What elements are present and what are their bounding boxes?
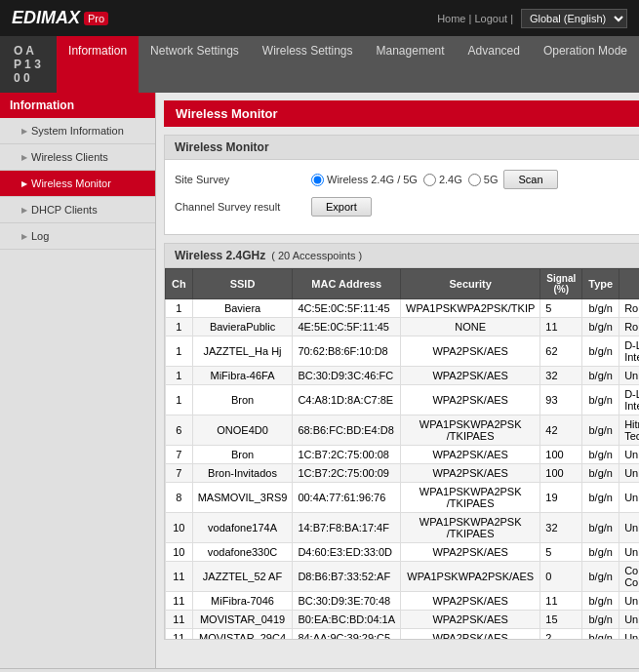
main-layout: Information System Information Wireless …	[0, 93, 639, 668]
cell-type: b/g/n	[582, 385, 619, 415]
cell-signal: 32	[540, 513, 582, 543]
channel-survey-row: Channel Survey result Export	[175, 197, 639, 217]
cell-vendor: Routerboard.com	[619, 318, 639, 336]
cell-ssid: MOVISTAR_0419	[192, 611, 293, 629]
cell-ch: 1	[166, 336, 193, 367]
content-area: Wireless Monitor Wireless Monitor Site S…	[156, 93, 639, 668]
cell-mac: 4C:5E:0C:5F:11:45	[293, 299, 401, 318]
cell-ssid: ONOE4D0	[192, 415, 293, 446]
nav-item-management[interactable]: Management	[365, 36, 457, 93]
cell-security: WPA2PSK/AES	[401, 385, 540, 415]
table-row: 6ONOE4D068:B6:FC:BD:E4:D8WPA1PSKWPA2PSK …	[166, 415, 640, 446]
language-select[interactable]: Global (English)	[521, 9, 627, 28]
logo-text: EDIMAX	[12, 8, 80, 28]
nav-item-advanced[interactable]: Advanced	[457, 36, 532, 93]
cell-ch: 7	[166, 446, 193, 464]
col-signal: Signal(%)	[540, 269, 582, 299]
cell-ssid: MASMOVIL_3RS9	[192, 483, 293, 513]
cell-ch: 6	[166, 415, 193, 446]
cell-ch: 10	[166, 513, 193, 543]
radio-5g-label[interactable]: 5G	[468, 174, 499, 186]
cell-vendor: Unknown	[619, 611, 639, 629]
cell-ssid: Bron-Invitados	[192, 464, 293, 483]
frequency-radio-group: Wireless 2.4G / 5G 2.4G 5G Scan	[311, 170, 558, 189]
cell-signal: 11	[540, 592, 582, 611]
wireless-monitor-card: Wireless Monitor Site Survey Wireless 2.…	[164, 135, 639, 235]
sidebar-item-system-information[interactable]: System Information	[0, 118, 155, 144]
nav-item-network-settings[interactable]: Network Settings	[139, 36, 251, 93]
page-title: Wireless Monitor	[164, 100, 639, 127]
cell-mac: 68:B6:FC:BD:E4:D8	[293, 415, 401, 446]
radio-both-label[interactable]: Wireless 2.4G / 5G	[311, 174, 418, 186]
cell-ssid: JAZZTEL_52 AF	[192, 562, 293, 592]
cell-ssid: Bron	[192, 385, 293, 415]
cell-mac: BC:30:D9:3C:46:FC	[293, 367, 401, 385]
cell-vendor: Unknown	[619, 367, 639, 385]
cell-ch: 11	[166, 562, 193, 592]
radio-2.4g-label[interactable]: 2.4G	[423, 174, 462, 186]
export-button[interactable]: Export	[311, 197, 372, 217]
cell-type: b/g/n	[582, 611, 619, 629]
cell-type: b/g/n	[582, 299, 619, 318]
radio-both[interactable]	[311, 174, 324, 186]
cell-mac: 1C:B7:2C:75:00:09	[293, 464, 401, 483]
cell-security: WPA1PSKWPA2PSK /TKIPAES	[401, 483, 540, 513]
col-ssid: SSID	[192, 269, 293, 299]
cell-ssid: vodafone330C	[192, 543, 293, 562]
site-survey-label: Site Survey	[175, 174, 301, 185]
cell-type: b/g/n	[582, 415, 619, 446]
nav-item-information[interactable]: Information	[57, 36, 139, 93]
sidebar-item-dhcp-clients[interactable]: DHCP Clients	[0, 197, 155, 223]
radio-both-text: Wireless 2.4G / 5G	[327, 174, 418, 185]
sidebar-item-wireless-monitor[interactable]: Wireless Monitor	[0, 171, 155, 197]
cell-security: WPA1PSKWPA2PSK /TKIPAES	[401, 513, 540, 543]
table-row: 1JAZZTEL_Ha Hj70:62:B8:6F:10:D8WPA2PSK/A…	[166, 336, 640, 367]
col-mac: MAC Address	[293, 269, 401, 299]
radio-2.4g-text: 2.4G	[439, 174, 462, 185]
cell-security: WPA1PSKWPA2PSK /TKIPAES	[401, 415, 540, 446]
cell-ch: 7	[166, 464, 193, 483]
cell-type: b/g/n	[582, 562, 619, 592]
sidebar-title: Information	[0, 93, 155, 118]
cell-type: b/g/n	[582, 367, 619, 385]
cell-security: WPA2PSK/AES	[401, 367, 540, 385]
cell-ch: 1	[166, 385, 193, 415]
cell-ssid: JAZZTEL_Ha Hj	[192, 336, 293, 367]
cell-ch: 11	[166, 611, 193, 629]
cell-type: b/g/n	[582, 513, 619, 543]
cell-vendor: Comtrend Corporation	[619, 562, 639, 592]
nav-item-wireless-settings[interactable]: Wireless Settings	[251, 36, 365, 93]
cell-vendor: D-Link International	[619, 385, 639, 415]
cell-vendor: Unknown	[619, 464, 639, 483]
model-number: O A P 1 3 0 0	[0, 36, 57, 93]
cell-vendor: Unknown	[619, 513, 639, 543]
cell-ssid: BavieraPublic	[192, 318, 293, 336]
cell-mac: D8:B6:B7:33:52:AF	[293, 562, 401, 592]
logo: EDIMAX Pro	[12, 8, 108, 28]
cell-vendor: Unknown	[619, 446, 639, 464]
cell-ch: 11	[166, 592, 193, 611]
scan-button[interactable]: Scan	[503, 170, 557, 189]
cell-signal: 42	[540, 415, 582, 446]
radio-5g[interactable]	[468, 174, 481, 186]
cell-security: WPA2PSK/AES	[401, 543, 540, 562]
cell-mac: 70:62:B8:6F:10:D8	[293, 336, 401, 367]
ap-table-body: 1Baviera4C:5E:0C:5F:11:45WPA1PSKWPA2PSK/…	[166, 299, 640, 640]
sidebar-item-log[interactable]: Log	[0, 223, 155, 250]
table-row: 1Baviera4C:5E:0C:5F:11:45WPA1PSKWPA2PSK/…	[166, 299, 640, 318]
sidebar-item-wireless-clients[interactable]: Wireless Clients	[0, 144, 155, 171]
ap-table-wrapper[interactable]: Ch SSID MAC Address Security Signal(%) T…	[165, 268, 639, 639]
cell-signal: 0	[540, 562, 582, 592]
table-row: 11JAZZTEL_52 AFD8:B6:B7:33:52:AFWPA1PSKW…	[166, 562, 640, 592]
cell-security: NONE	[401, 318, 540, 336]
nav-item-operation-mode[interactable]: Operation Mode	[532, 36, 639, 93]
cell-security: WPA2PSK/AES	[401, 611, 540, 629]
cell-type: b/g/n	[582, 464, 619, 483]
col-security: Security	[401, 269, 540, 299]
cell-type: b/g/n	[582, 543, 619, 562]
cell-security: WPA2PSK/AES	[401, 464, 540, 483]
cell-mac: 14:B7:F8:BA:17:4F	[293, 513, 401, 543]
cell-security: WPA2PSK/AES	[401, 336, 540, 367]
radio-2.4g[interactable]	[423, 174, 436, 186]
cell-vendor: Hitron Technologies. Inc	[619, 415, 639, 446]
